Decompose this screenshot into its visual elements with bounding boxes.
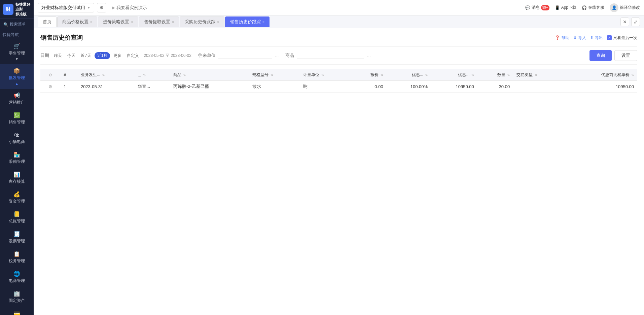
sidebar-item-invoice[interactable]: 🧾 发票管理: [0, 228, 34, 247]
close-icon[interactable]: ×: [131, 20, 133, 24]
row-gear[interactable]: ⚙: [40, 81, 60, 93]
date-shortcut-1month[interactable]: 近1月: [95, 52, 110, 59]
ecommerce-icon: 🌐: [13, 271, 20, 277]
version-selector[interactable]: 好业财标准版交付试用 ▼: [38, 3, 94, 12]
date-range-display: 2023-05-02 至 2023-06-02: [144, 53, 191, 59]
app-download-button[interactable]: 📱 App下载: [555, 5, 576, 10]
online-service-button[interactable]: 🎧 在线客服: [582, 5, 604, 10]
source-unit-input[interactable]: [218, 52, 272, 59]
close-icon[interactable]: ×: [172, 20, 174, 24]
tab-sales-history[interactable]: 销售历史价跟踪 ×: [225, 16, 270, 27]
sidebar-item-wholesale[interactable]: 📦 批发管理 ▲: [0, 64, 34, 89]
export-link[interactable]: ⬆ 导出: [590, 35, 603, 41]
ledger-icon: 📒: [13, 211, 20, 217]
sidebar-item-asset[interactable]: 🏢 固定资产: [0, 287, 34, 307]
date-shortcuts: 昨天 今天 近7天 近1月 更多 自定义: [52, 52, 141, 59]
sort-arrows-icon: ⇅: [102, 73, 105, 77]
sort-arrows-icon: ⇅: [183, 73, 186, 77]
close-icon[interactable]: ×: [262, 20, 264, 24]
close-icon[interactable]: ×: [217, 20, 219, 24]
date-shortcut-custom[interactable]: 自定义: [125, 52, 141, 59]
column-gear[interactable]: ⚙: [40, 69, 60, 81]
topbar-right: 💬 消息 99+ 📱 App下载 🎧 在线客服 👤 徐泽华修改: [525, 3, 640, 12]
sidebar-quick-nav[interactable]: 快捷导航: [0, 30, 34, 40]
column-spec[interactable]: 规格型号 ⇅: [249, 69, 300, 81]
import-icon: ⬇: [573, 35, 577, 40]
sort-arrows-icon: ⇅: [535, 73, 537, 77]
sort-arrows-icon: ⇅: [471, 73, 474, 77]
tab-home[interactable]: 首页: [38, 16, 57, 27]
sidebar-item-sales[interactable]: 💹 销售管理: [0, 109, 34, 129]
tab-controls: ✕ ⤢: [620, 18, 640, 26]
date-shortcut-yesterday[interactable]: 昨天: [52, 52, 64, 59]
tab-price-extract[interactable]: 售价提取设置 ×: [139, 16, 179, 27]
date-shortcut-more[interactable]: 更多: [111, 52, 123, 59]
close-icon[interactable]: ×: [90, 20, 92, 24]
sort-arrows-icon: ⇅: [507, 73, 510, 77]
sidebar-item-tax[interactable]: 📋 税务管理: [0, 247, 34, 267]
row-pretax-price: 10950.00: [564, 81, 637, 93]
only-last-checkbox[interactable]: 只看最后一次: [607, 35, 637, 41]
tab-purchase-history[interactable]: 采购历史价跟踪 ×: [180, 16, 224, 27]
row-discount2: 10950.00: [431, 81, 477, 93]
product-picker-button[interactable]: ...: [367, 53, 371, 58]
topbar-settings-button[interactable]: ⚙: [97, 3, 106, 12]
column-product[interactable]: 商品 ⇅: [170, 69, 249, 81]
date-filter-group: 日期 昨天 今天 近7天 近1月 更多 自定义 2023-05-02 至 202…: [40, 52, 191, 59]
column-quantity[interactable]: 数量 ⇅: [477, 69, 513, 81]
row-price: 0.00: [351, 81, 386, 93]
settings-icon: ⚙: [100, 5, 104, 10]
tab-product-price[interactable]: 商品价格设置 ×: [57, 16, 97, 27]
close-window-button[interactable]: ✕: [620, 18, 629, 26]
column-discount1[interactable]: 优惠... ⇅: [387, 69, 431, 81]
query-button[interactable]: 查询: [589, 50, 612, 61]
product-filter: 商品 ...: [285, 52, 371, 59]
column-pretax-price[interactable]: 优惠前无税单价 ⇅: [564, 69, 637, 81]
sidebar-item-ledger[interactable]: 📒 总账管理: [0, 208, 34, 228]
messages-button[interactable]: 💬 消息 99+: [525, 5, 549, 10]
import-link[interactable]: ⬇ 导入: [573, 35, 586, 41]
row-product: 丙烯酸-2-乙基己酯: [170, 81, 249, 93]
table-row[interactable]: ⚙ 1 2023-05-31 华查... 丙烯酸-2-乙基己酯 散水 吨 0.0…: [40, 81, 637, 93]
sidebar-search[interactable]: 🔍 搜索菜单: [0, 19, 34, 30]
headset-icon: 🎧: [582, 5, 587, 10]
sort-arrows-icon: ⇅: [143, 73, 146, 77]
maximize-button[interactable]: ⤢: [631, 18, 640, 26]
sidebar-item-marketing[interactable]: 📢 营销推广: [0, 89, 34, 109]
column-trade-type[interactable]: 交易类型 ⇅: [513, 69, 564, 81]
sidebar-item-salary[interactable]: 💳 工资: [0, 307, 34, 315]
sidebar-item-finance[interactable]: 💰 资金管理: [0, 188, 34, 208]
column-unit[interactable]: 计量单位 ⇅: [300, 69, 351, 81]
sidebar-item-inventory[interactable]: 📊 库存核算: [0, 168, 34, 188]
column-price[interactable]: 报价 ⇅: [351, 69, 386, 81]
demo-link[interactable]: ▶ 我要看实例演示: [112, 5, 147, 11]
row-spec: 散水: [249, 81, 300, 93]
product-input[interactable]: [297, 52, 364, 59]
column-more[interactable]: ... ⇅: [134, 69, 170, 81]
help-link[interactable]: ❓ 帮助: [555, 35, 569, 41]
date-shortcut-7days[interactable]: 近7天: [79, 52, 93, 59]
settings-button[interactable]: 设置: [614, 50, 637, 61]
table-header-row: ⚙ # 业务发生... ⇅ ... ⇅ 商品 ⇅: [40, 69, 637, 81]
asset-icon: 🏢: [13, 290, 20, 297]
row-business-date: 2023-05-31: [77, 81, 135, 93]
source-unit-picker-button[interactable]: ...: [275, 53, 279, 58]
tab-purchase-strategy[interactable]: 进价策略设置 ×: [98, 16, 138, 27]
chevron-up-icon: ▲: [15, 82, 19, 85]
checkbox-icon: [607, 35, 612, 40]
sidebar-item-ecommerce[interactable]: 🌐 电商管理: [0, 267, 34, 287]
source-unit-filter: 往来单位 ...: [198, 52, 279, 59]
sort-arrows-icon: ⇅: [271, 73, 273, 77]
filter-row: 日期 昨天 今天 近7天 近1月 更多 自定义 2023-05-02 至 202…: [40, 46, 637, 65]
user-profile-button[interactable]: 👤 徐泽华修改: [610, 3, 640, 12]
filter-buttons: 查询 设置: [589, 50, 637, 61]
column-business-date[interactable]: 业务发生... ⇅: [77, 69, 135, 81]
purchase-icon: 🏪: [13, 151, 20, 158]
sidebar-item-purchase[interactable]: 🏪 采购管理: [0, 148, 34, 168]
sidebar-item-small-ecommerce[interactable]: 🛍 小畅电商: [0, 129, 34, 148]
row-quantity: 30.00: [477, 81, 513, 93]
column-discount2[interactable]: 优惠... ⇅: [431, 69, 477, 81]
sales-icon: 💹: [13, 112, 20, 118]
sidebar-item-retail[interactable]: 🛒 零售管理 ▼: [0, 40, 34, 64]
date-shortcut-today[interactable]: 今天: [65, 52, 77, 59]
